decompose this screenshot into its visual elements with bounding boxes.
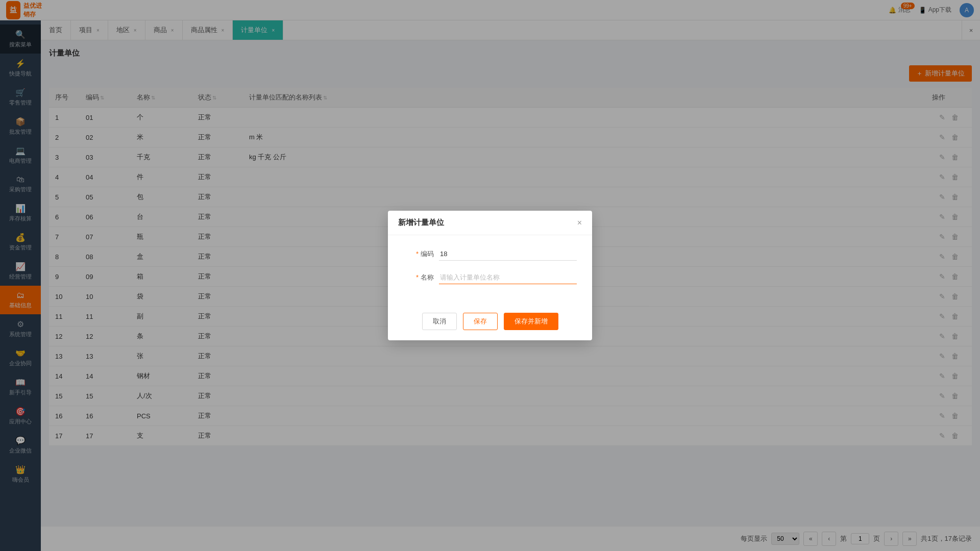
required-star-name: * [416,273,419,281]
form-row-name: *名称 [403,271,577,284]
form-label-code: *编码 [403,249,434,259]
modal-header: 新增计量单位 × [388,211,592,235]
modal-footer: 取消 保存 保存并新增 [388,307,592,340]
form-row-code: *编码 [403,247,577,261]
modal-close-button[interactable]: × [577,218,582,228]
code-input[interactable] [439,247,577,261]
form-label-name: *名称 [403,273,434,282]
modal-body: *编码 *名称 [388,235,592,307]
required-star-code: * [416,250,419,258]
save-continue-button[interactable]: 保存并新增 [504,313,558,330]
modal-overlay: 新增计量单位 × *编码 *名称 取消 保存 保存并新增 [0,0,980,551]
add-unit-modal: 新增计量单位 × *编码 *名称 取消 保存 保存并新增 [388,211,592,340]
cancel-button[interactable]: 取消 [422,313,457,330]
save-button[interactable]: 保存 [463,313,498,330]
name-input[interactable] [439,271,577,284]
modal-title: 新增计量单位 [398,218,444,228]
